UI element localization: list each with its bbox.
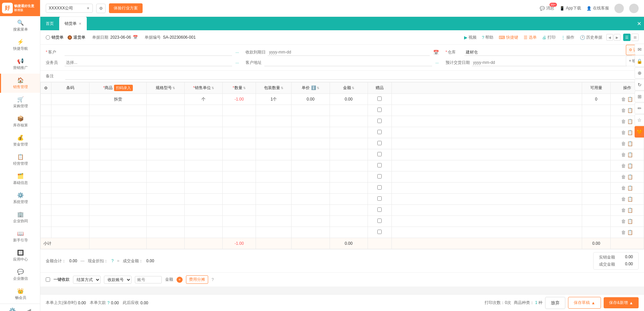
cell-price[interactable]	[292, 171, 330, 183]
customer-addr-input[interactable]	[264, 59, 432, 66]
cell-pack-qty[interactable]	[256, 138, 292, 149]
cell-barcode[interactable]	[51, 94, 89, 105]
cell-qty[interactable]	[223, 138, 256, 149]
copy-row-icon[interactable]: 📋	[627, 141, 633, 146]
cell-qty[interactable]	[223, 105, 256, 116]
delete-row-icon[interactable]: 🗑	[621, 141, 626, 146]
cell-barcode[interactable]	[51, 205, 89, 216]
trial-button[interactable]: 体验行业方案	[109, 3, 143, 13]
cell-pack-qty[interactable]: 1个	[256, 94, 292, 105]
cell-gift[interactable]	[368, 183, 391, 194]
warehouse-input[interactable]	[464, 49, 632, 56]
add-payment-button[interactable]: +	[177, 277, 183, 283]
cell-pack-qty[interactable]	[256, 105, 292, 116]
copy-row-icon[interactable]: 📋	[627, 207, 633, 213]
copy-row-icon[interactable]: 📋	[627, 108, 633, 113]
cell-spec[interactable]	[147, 160, 185, 171]
delete-row-icon[interactable]: 🗑	[621, 185, 626, 191]
cell-spec[interactable]	[147, 127, 185, 138]
cell-pack-qty[interactable]	[256, 149, 292, 160]
calc-method-select[interactable]: 结算方式	[73, 276, 101, 284]
sidebar-item-search[interactable]: 🔍 搜索菜单	[0, 16, 40, 35]
cell-gift[interactable]	[368, 160, 391, 171]
cell-amount[interactable]	[330, 216, 368, 227]
sidebar-item-quicknav[interactable]: ⚡ 快捷导航	[0, 35, 40, 54]
sidebar-item-sales[interactable]: 🏠 销售管理	[0, 74, 40, 93]
delete-row-icon[interactable]: 🗑	[621, 130, 626, 135]
rs-star-btn[interactable]: ☆	[635, 114, 644, 126]
cell-unit[interactable]	[185, 149, 223, 160]
cell-product[interactable]: 拆货	[89, 94, 147, 105]
cell-product[interactable]	[89, 171, 147, 183]
copy-row-icon[interactable]: 📋	[627, 174, 633, 180]
addr-lookup-icon[interactable]: ···	[435, 61, 439, 65]
cell-unit[interactable]	[185, 127, 223, 138]
cell-qty[interactable]	[223, 227, 256, 238]
cell-barcode[interactable]	[51, 216, 89, 227]
cell-gift[interactable]	[368, 116, 391, 127]
sidebar-item-guide[interactable]: 📖 新手引导	[0, 227, 40, 246]
cell-pack-qty[interactable]	[256, 160, 292, 171]
cell-qty[interactable]	[223, 149, 256, 160]
cell-qty[interactable]	[223, 116, 256, 127]
prev-arrow[interactable]: ◀	[606, 34, 613, 41]
cell-spec[interactable]	[147, 105, 185, 116]
cell-product[interactable]	[89, 149, 147, 160]
copy-row-icon[interactable]: 📋	[627, 185, 633, 191]
cell-pack-qty[interactable]	[256, 227, 292, 238]
cell-qty[interactable]: -1.00	[223, 94, 256, 105]
cell-qty[interactable]	[223, 194, 256, 205]
cell-product[interactable]	[89, 160, 147, 171]
copy-row-icon[interactable]: 📋	[627, 219, 633, 224]
rs-message-btn[interactable]: ✉	[635, 44, 644, 55]
cell-price[interactable]	[292, 216, 330, 227]
cell-gift[interactable]	[368, 171, 391, 183]
delete-row-icon[interactable]: 🗑	[621, 119, 626, 124]
online-service-button[interactable]: 👤 在线客服	[586, 5, 609, 11]
cell-gift[interactable]	[368, 227, 391, 238]
cell-amount[interactable]	[330, 227, 368, 238]
cell-amount[interactable]	[330, 205, 368, 216]
next-arrow[interactable]: ▶	[614, 34, 620, 41]
cell-barcode[interactable]	[51, 105, 89, 116]
close-all-tabs-icon[interactable]: ✕	[637, 21, 641, 27]
cell-amount[interactable]	[330, 138, 368, 149]
cell-qty[interactable]	[223, 171, 256, 183]
delivery-date-input[interactable]	[472, 59, 630, 66]
cell-amount[interactable]	[330, 160, 368, 171]
select-btn[interactable]: ☰ 选单	[522, 34, 538, 41]
date-calendar-icon[interactable]: 📅	[133, 35, 138, 40]
salesperson-lookup-icon[interactable]: ···	[235, 61, 239, 65]
cell-pack-qty[interactable]	[256, 216, 292, 227]
account-select[interactable]: 收款账号	[104, 276, 131, 284]
sidebar-item-wechat[interactable]: 💬 企业微信	[0, 265, 40, 284]
cell-unit[interactable]	[185, 105, 223, 116]
cell-unit[interactable]	[185, 160, 223, 171]
cell-gift[interactable]	[368, 105, 391, 116]
cell-price[interactable]	[292, 194, 330, 205]
sidebar-item-enterprise[interactable]: 🏢 企业协同	[0, 208, 40, 227]
copy-row-icon[interactable]: 📋	[627, 196, 633, 202]
delete-row-icon[interactable]: 🗑	[621, 152, 626, 157]
cell-amount[interactable]	[330, 171, 368, 183]
cell-pack-qty[interactable]	[256, 205, 292, 216]
cell-price[interactable]	[292, 105, 330, 116]
rs-orange-btn[interactable]: 🧡	[635, 126, 644, 138]
cell-product[interactable]	[89, 127, 147, 138]
help-btn[interactable]: ? 帮助	[481, 34, 495, 41]
cell-gift[interactable]	[368, 205, 391, 216]
cell-barcode[interactable]	[51, 171, 89, 183]
scan-btn[interactable]: 扫码录入	[114, 85, 133, 91]
company-settings-button[interactable]: ⚙	[96, 4, 106, 13]
delete-row-icon[interactable]: 🗑	[621, 174, 626, 180]
due-date-input[interactable]	[268, 49, 429, 56]
sidebar-item-appstore[interactable]: 🔲 应用中心	[0, 246, 40, 265]
sidebar-item-marketing[interactable]: 📢 营销推广	[0, 54, 40, 74]
cell-price[interactable]	[292, 160, 330, 171]
cell-unit[interactable]	[185, 183, 223, 194]
cell-pack-qty[interactable]	[256, 183, 292, 194]
cell-price[interactable]	[292, 116, 330, 127]
cell-spec[interactable]	[147, 149, 185, 160]
video-btn[interactable]: ▶ 视频	[463, 34, 478, 41]
cell-gift[interactable]	[368, 149, 391, 160]
